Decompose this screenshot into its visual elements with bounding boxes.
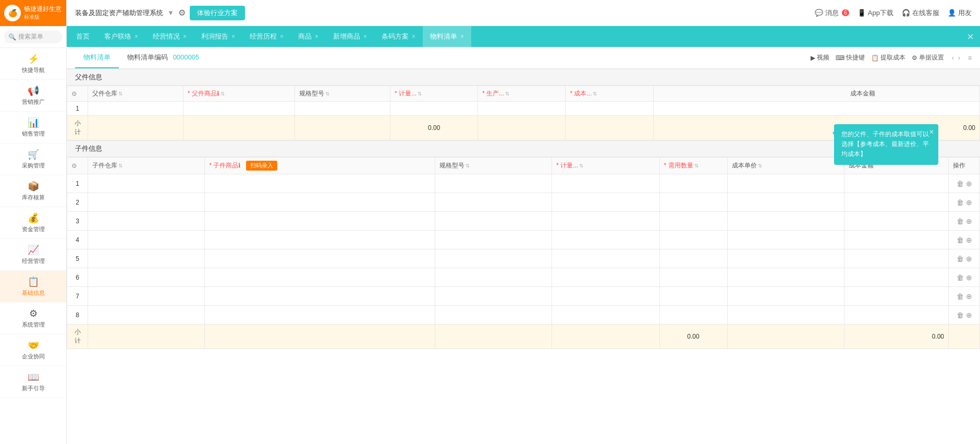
tab-home[interactable]: 首页 (69, 26, 97, 47)
child-qty-cell[interactable] (659, 212, 727, 231)
sidebar-item-management[interactable]: 📈 经营管理 (0, 239, 66, 271)
child-qty-cell[interactable] (659, 249, 727, 268)
extract-cost-action[interactable]: 📋 提取成本 (871, 53, 905, 62)
tab-add-goods[interactable]: 新增商品 × (326, 26, 374, 47)
child-spec-cell[interactable] (435, 306, 552, 325)
sort-icon[interactable]: ⇅ (118, 163, 123, 169)
child-spec-cell[interactable] (435, 249, 552, 268)
nav-prev-btn[interactable]: ‹ (950, 54, 956, 62)
child-unit-cost-cell[interactable] (727, 306, 844, 325)
close-all-tabs[interactable]: ✕ (963, 32, 978, 42)
sort-icon[interactable]: ⇅ (466, 163, 470, 169)
tab-goods-close[interactable]: × (315, 33, 318, 40)
sort-icon[interactable]: ⇅ (220, 91, 225, 97)
nav-next-btn[interactable]: › (957, 54, 962, 62)
child-spec-cell[interactable] (435, 212, 552, 231)
user-button[interactable]: 👤 用友 (948, 8, 972, 18)
child-product-cell[interactable] (205, 193, 435, 212)
sub-tab-bom-list[interactable]: 物料清单 (75, 47, 119, 68)
sidebar-item-guide[interactable]: 📖 新手引导 (0, 366, 66, 398)
delete-icon[interactable]: 🗑 (957, 217, 964, 225)
tab-history[interactable]: 经营历程 × (242, 26, 291, 47)
child-product-cell[interactable] (205, 249, 435, 268)
shortcut-action[interactable]: ⌨ 快捷键 (836, 53, 865, 62)
child-product-cell[interactable] (205, 212, 435, 231)
doc-settings-action[interactable]: ⚙ 单据设置 (912, 53, 944, 62)
trial-button[interactable]: 体验行业方案 (190, 6, 245, 20)
child-unit-cell[interactable] (552, 249, 659, 268)
tab-add-goods-close[interactable]: × (363, 33, 367, 40)
copy-icon[interactable]: ⊕ (966, 311, 972, 319)
child-warehouse-cell[interactable] (88, 212, 205, 231)
parent-cost-cell[interactable] (566, 102, 653, 116)
tab-profit[interactable]: 利润报告 × (194, 26, 242, 47)
sidebar-item-quick-nav[interactable]: ⚡ 快捷导航 (0, 48, 66, 80)
parent-warehouse-cell[interactable] (88, 102, 183, 116)
tab-bom-close[interactable]: × (460, 33, 464, 40)
sort-icon[interactable]: ⇅ (579, 163, 583, 169)
delete-icon[interactable]: 🗑 (957, 179, 964, 188)
tab-business[interactable]: 经营情况 × (145, 26, 194, 47)
child-unit-cell[interactable] (552, 212, 659, 231)
parent-unit-cell[interactable] (390, 102, 478, 116)
child-unit-cost-cell[interactable] (727, 249, 844, 268)
child-spec-cell[interactable] (435, 287, 552, 306)
child-unit-cost-cell[interactable] (727, 287, 844, 306)
copy-icon[interactable]: ⊕ (966, 236, 972, 244)
child-warehouse-cell[interactable] (88, 306, 205, 325)
child-warehouse-cell[interactable] (88, 193, 205, 212)
delete-icon[interactable]: 🗑 (957, 255, 964, 263)
delete-icon[interactable]: 🗑 (957, 292, 964, 301)
child-unit-cost-cell[interactable] (727, 212, 844, 231)
sidebar-item-collaboration[interactable]: 🤝 企业协同 (0, 334, 66, 366)
settings-icon[interactable]: ⚙ (178, 8, 186, 18)
message-button[interactable]: 💬 消息 6 (815, 8, 849, 18)
tab-bom[interactable]: 物料清单 × (423, 26, 471, 47)
app-download-button[interactable]: 📱 App下载 (858, 8, 893, 18)
child-warehouse-cell[interactable] (88, 287, 205, 306)
child-qty-cell[interactable] (659, 174, 727, 193)
child-warehouse-cell[interactable] (88, 174, 205, 193)
video-action[interactable]: ▶ 视频 (811, 53, 829, 62)
sub-tab-bom-code[interactable]: 物料清单编码 0000005 (119, 47, 207, 68)
sidebar-item-inventory[interactable]: 📦 库存核算 (0, 175, 66, 207)
sidebar-item-basic-info[interactable]: 📋 基础信息 (0, 271, 66, 303)
child-product-cell[interactable] (205, 287, 435, 306)
search-trigger[interactable]: 🔍 搜索菜单 (4, 30, 62, 43)
sidebar-search-area[interactable]: 🔍 搜索菜单 (0, 26, 66, 48)
online-service-button[interactable]: 🎧 在线客服 (902, 8, 939, 18)
child-unit-cell[interactable] (552, 193, 659, 212)
child-unit-cost-cell[interactable] (727, 174, 844, 193)
child-warehouse-cell[interactable] (88, 231, 205, 249)
sort-icon[interactable]: ⇅ (758, 163, 762, 169)
copy-icon[interactable]: ⊕ (966, 179, 972, 188)
dropdown-arrow[interactable]: ▼ (167, 9, 174, 17)
tooltip-close-button[interactable]: ✕ (929, 127, 934, 137)
tab-history-close[interactable]: × (280, 33, 284, 40)
child-qty-cell[interactable] (659, 287, 727, 306)
copy-icon[interactable]: ⊕ (966, 273, 972, 282)
tab-customer-close[interactable]: × (134, 33, 138, 40)
child-product-cell[interactable] (205, 268, 435, 287)
table-menu-icon[interactable]: ≡ (968, 54, 972, 62)
child-qty-cell[interactable] (659, 268, 727, 287)
child-qty-cell[interactable] (659, 231, 727, 249)
child-unit-cell[interactable] (552, 268, 659, 287)
tab-barcode-close[interactable]: × (412, 33, 415, 40)
copy-icon[interactable]: ⊕ (966, 198, 972, 207)
child-warehouse-cell[interactable] (88, 268, 205, 287)
tab-profit-close[interactable]: × (231, 33, 235, 40)
tab-customer[interactable]: 客户联络 × (97, 26, 145, 47)
child-spec-cell[interactable] (435, 231, 552, 249)
sort-icon[interactable]: ⇅ (505, 91, 509, 97)
child-unit-cell[interactable] (552, 231, 659, 249)
child-qty-cell[interactable] (659, 306, 727, 325)
child-qty-cell[interactable] (659, 193, 727, 212)
child-product-cell[interactable] (205, 174, 435, 193)
child-spec-cell[interactable] (435, 193, 552, 212)
sidebar-item-finance[interactable]: 💰 资金管理 (0, 207, 66, 239)
delete-icon[interactable]: 🗑 (957, 198, 964, 207)
child-unit-cost-cell[interactable] (727, 268, 844, 287)
child-warehouse-cell[interactable] (88, 249, 205, 268)
parent-produce-cell[interactable] (478, 102, 566, 116)
